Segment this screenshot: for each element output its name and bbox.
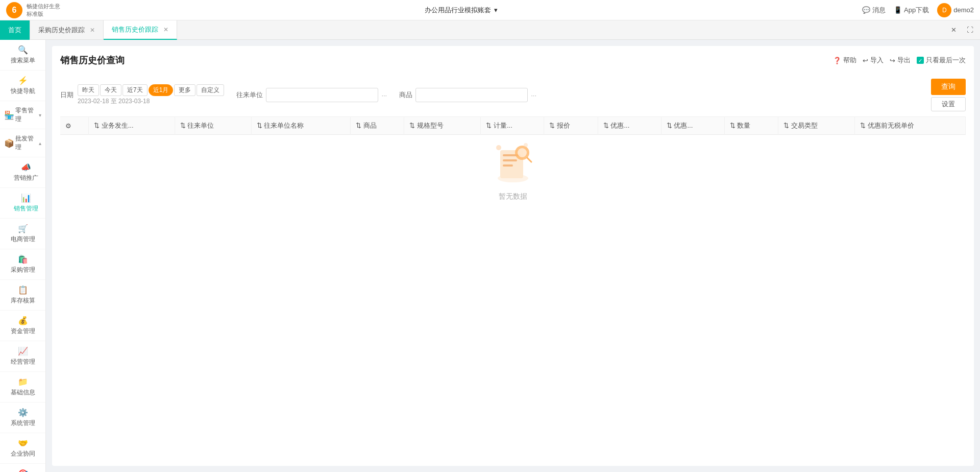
col-qty-sort-icon[interactable]: ⇅ <box>730 122 736 129</box>
tab-purchase-close-icon[interactable]: ✕ <box>90 27 95 34</box>
tab-bar: 首页 采购历史价跟踪 ✕ 销售历史价跟踪 ✕ ✕ ⛶ <box>0 20 980 40</box>
tab-home[interactable]: 首页 <box>0 20 30 40</box>
product-filter-group: 商品 ··· <box>399 88 536 102</box>
app-download-btn[interactable]: 📱 App下载 <box>894 6 929 15</box>
date-btn-7days[interactable]: 近7天 <box>122 84 148 96</box>
product-input[interactable] <box>415 88 528 102</box>
sidebar-item-inventory[interactable]: 📋 库存核算 <box>0 280 45 311</box>
tab-sales-close-icon[interactable]: ✕ <box>163 26 168 33</box>
sidebar-item-basic-info[interactable]: 📁 基础信息 <box>0 372 45 403</box>
retail-icon: 🏪 <box>4 110 14 120</box>
logo-text: 畅捷信好生意 标准版 <box>27 3 60 17</box>
col-biz-date-sort-icon[interactable]: ⇅ <box>94 122 100 129</box>
filter-row: 日期 昨天 今天 近7天 近1月 更多 自定义 2023-02-18 至 202… <box>60 74 966 117</box>
main-layout: 🔍 搜索菜单 ⚡ 快捷导航 🏪 零售管理 ▾ 📦 批发管理 ▴ 📣 营销推广 📊… <box>0 40 980 472</box>
sidebar-item-search[interactable]: 🔍 搜索菜单 <box>0 40 45 70</box>
page-card: 销售历史价查询 ❓ 帮助 ↩ 导入 ↪ 导出 <box>52 46 974 466</box>
enterprise-icon: 🤝 <box>18 438 28 448</box>
purchase-icon: 🛍️ <box>18 254 28 264</box>
sidebar-item-retail[interactable]: 🏪 零售管理 ▾ <box>0 101 45 129</box>
date-range-text: 2023-02-18 至 2023-03-18 <box>78 97 224 106</box>
tab-sales-history[interactable]: 销售历史价跟踪 ✕ <box>104 20 177 40</box>
settings-btn[interactable]: 设置 <box>931 97 966 111</box>
sidebar-item-finance[interactable]: 💰 资金管理 <box>0 311 45 341</box>
col-spec: ⇅ 规格型号 <box>404 117 481 135</box>
sidebar-item-sales[interactable]: 📊 销售管理 <box>0 188 45 219</box>
col-discount1: ⇅ 优惠... <box>598 117 661 135</box>
sidebar-item-guide[interactable]: 🎯 新手引导 <box>0 464 45 472</box>
sidebar-item-enterprise[interactable]: 🤝 企业协同 <box>0 433 45 464</box>
sidebar-item-purchase[interactable]: 🛍️ 采购管理 <box>0 249 45 280</box>
col-partner-name-sort-icon[interactable]: ⇅ <box>257 122 262 129</box>
col-product-sort-icon[interactable]: ⇅ <box>356 122 361 129</box>
message-btn[interactable]: 💬 消息 <box>862 6 886 15</box>
tab-maximize-btn[interactable]: ⛶ <box>964 24 976 36</box>
message-icon: 💬 <box>862 6 870 14</box>
page-content: 销售历史价查询 ❓ 帮助 ↩ 导入 ↪ 导出 <box>46 40 980 472</box>
tab-home-label: 首页 <box>8 26 21 35</box>
col-product: ⇅ 商品 <box>350 117 404 135</box>
col-discount1-sort-icon[interactable]: ⇅ <box>603 122 609 129</box>
tab-purchase-label: 采购历史价跟踪 <box>38 26 85 35</box>
logo-icon: 6 <box>6 2 22 18</box>
col-partner-name: ⇅ 往来单位名称 <box>251 117 350 135</box>
gear-icon[interactable]: ⚙ <box>65 122 71 130</box>
table-header-row: ⚙ ⇅ 业务发生... ⇅ 往来单位 <box>60 117 966 135</box>
supplier-dots[interactable]: ··· <box>381 91 387 99</box>
app-selector[interactable]: 办公用品行业模拟账套 ▾ <box>425 6 498 15</box>
col-partner-sort-icon[interactable]: ⇅ <box>180 122 186 129</box>
col-discount2-sort-icon[interactable]: ⇅ <box>667 122 672 129</box>
col-qty: ⇅ 数量 <box>724 117 778 135</box>
avatar: D <box>937 3 951 17</box>
top-header: 6 畅捷信好生意 标准版 办公用品行业模拟账套 ▾ 💬 消息 📱 App下载 D… <box>0 0 980 20</box>
export-btn[interactable]: ↪ 导出 <box>890 56 911 65</box>
help-btn[interactable]: ❓ 帮助 <box>833 56 856 65</box>
date-btn-1month[interactable]: 近1月 <box>149 84 174 96</box>
date-btn-today[interactable]: 今天 <box>100 84 121 96</box>
date-btn-yesterday[interactable]: 昨天 <box>78 84 99 96</box>
tab-purchase-history[interactable]: 采购历史价跟踪 ✕ <box>30 20 104 40</box>
date-btn-custom[interactable]: 自定义 <box>197 84 224 96</box>
date-btn-more[interactable]: 更多 <box>174 84 195 96</box>
ecommerce-icon: 🛒 <box>18 224 28 233</box>
sidebar: 🔍 搜索菜单 ⚡ 快捷导航 🏪 零售管理 ▾ 📦 批发管理 ▴ 📣 营销推广 📊… <box>0 40 46 472</box>
system-icon: ⚙️ <box>18 408 28 417</box>
supplier-input[interactable] <box>266 88 378 102</box>
only-last-checkbox-area[interactable]: ✓ 只看最后一次 <box>917 56 966 65</box>
data-table: ⚙ ⇅ 业务发生... ⇅ 往来单位 <box>60 117 966 135</box>
sidebar-item-quick-nav[interactable]: ⚡ 快捷导航 <box>0 70 45 101</box>
date-filter-col: 昨天 今天 近7天 近1月 更多 自定义 2023-02-18 至 2023-0… <box>78 84 224 106</box>
col-spec-sort-icon[interactable]: ⇅ <box>409 122 415 129</box>
svg-line-7 <box>527 158 531 162</box>
phone-icon: 📱 <box>894 6 902 14</box>
sidebar-item-ecommerce[interactable]: 🛒 电商管理 <box>0 219 45 249</box>
date-buttons: 昨天 今天 近7天 近1月 更多 自定义 <box>78 84 224 96</box>
empty-state: 暂无数据 <box>60 135 966 201</box>
operations-icon: 📈 <box>18 346 28 356</box>
chevron-down-icon: ▾ <box>39 112 41 118</box>
user-area[interactable]: D demo2 <box>937 3 974 17</box>
query-btn[interactable]: 查询 <box>931 79 966 95</box>
svg-point-8 <box>496 145 501 150</box>
product-dots[interactable]: ··· <box>531 91 536 99</box>
supplier-filter-group: 往来单位 ··· <box>236 88 387 102</box>
sidebar-item-operations[interactable]: 📈 经营管理 <box>0 341 45 372</box>
col-pretax-sort-icon[interactable]: ⇅ <box>860 122 866 129</box>
page-title-row: 销售历史价查询 ❓ 帮助 ↩ 导入 ↪ 导出 <box>60 54 966 66</box>
import-icon: ↩ <box>863 57 868 64</box>
col-trade-type-sort-icon[interactable]: ⇅ <box>783 122 789 129</box>
tab-close-all-btn[interactable]: ✕ <box>947 24 960 36</box>
sidebar-item-wholesale[interactable]: 📦 批发管理 ▴ <box>0 129 45 157</box>
svg-point-6 <box>518 148 527 157</box>
import-btn[interactable]: ↩ 导入 <box>863 56 884 65</box>
col-pretax-price: ⇅ 优惠前无税单价 <box>855 117 966 135</box>
col-quote-sort-icon[interactable]: ⇅ <box>549 122 555 129</box>
header-right: 💬 消息 📱 App下载 D demo2 <box>862 3 974 17</box>
col-quote: ⇅ 报价 <box>544 117 598 135</box>
sidebar-item-system[interactable]: ⚙️ 系统管理 <box>0 403 45 433</box>
svg-rect-4 <box>503 164 513 167</box>
sidebar-item-marketing[interactable]: 📣 营销推广 <box>0 157 45 188</box>
col-biz-date: ⇅ 业务发生... <box>89 117 175 135</box>
page-title-actions: ❓ 帮助 ↩ 导入 ↪ 导出 ✓ 只看最后一次 <box>833 56 966 65</box>
col-unit-sort-icon[interactable]: ⇅ <box>486 122 492 129</box>
